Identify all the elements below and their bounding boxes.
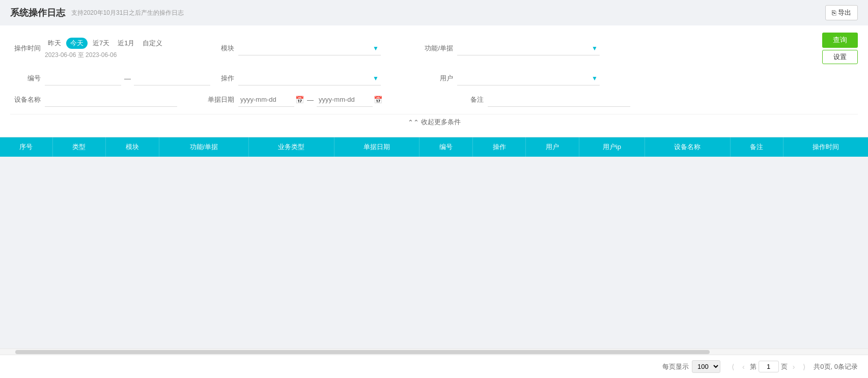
- last-page-button[interactable]: ⟩: [800, 362, 808, 372]
- action-buttons: 查询 设置: [822, 33, 858, 64]
- collapse-label: 收起更多条件: [421, 118, 461, 127]
- id-filter: 编号 —: [10, 71, 183, 85]
- scroll-bar-area[interactable]: [0, 348, 868, 355]
- col-user: 用户: [526, 137, 579, 157]
- id-separator: —: [124, 75, 131, 82]
- time-range-text: 2023-06-06 至 2023-06-06: [45, 51, 165, 60]
- chevron-down-icon-3: ▼: [373, 75, 379, 82]
- remark-input[interactable]: [488, 93, 630, 107]
- next-page-button[interactable]: ›: [790, 362, 798, 372]
- col-type: 类型: [52, 137, 105, 157]
- calendar-icon-start[interactable]: 📅: [295, 96, 304, 104]
- export-button[interactable]: ⎘ 导出: [825, 5, 858, 20]
- time-btn-custom[interactable]: 自定义: [139, 38, 165, 49]
- op-label: 操作: [204, 74, 234, 83]
- pagination: ⟨ ‹ 第 页 › ⟩: [729, 361, 808, 372]
- user-label: 用户: [417, 74, 453, 83]
- date-label: 单据日期: [204, 95, 234, 104]
- time-btn-today[interactable]: 今天: [66, 38, 88, 49]
- col-biz-type: 业务类型: [249, 137, 334, 157]
- chevron-down-icon-4: ▼: [592, 75, 598, 82]
- total-info: 共0页, 0条记录: [814, 362, 858, 371]
- first-page-button[interactable]: ⟨: [729, 362, 737, 372]
- prev-page-button[interactable]: ‹: [739, 362, 748, 372]
- page-unit: 页: [781, 362, 788, 371]
- page-subtitle: 支持2020年10月31日之后产生的操作日志: [71, 9, 184, 17]
- module-select[interactable]: ▼: [238, 41, 381, 55]
- setting-button[interactable]: 设置: [822, 50, 858, 64]
- func-filter: 功能/单据 ▼: [417, 41, 631, 55]
- page-footer: 每页显示 100 50 200 ⟨ ‹ 第 页 › ⟩ 共0页, 0条记录: [0, 355, 868, 378]
- page-header: 系统操作日志 支持2020年10月31日之后产生的操作日志 ⎘ 导出: [0, 0, 868, 25]
- date-end-input[interactable]: [317, 93, 373, 107]
- table-area: 序号 类型 模块 功能/单据 业务类型 单据日期 编号 操作 用户 用户ip 设…: [0, 137, 868, 348]
- time-btn-yesterday[interactable]: 昨天: [45, 38, 64, 49]
- per-page-control: 每页显示 100 50 200: [662, 360, 723, 373]
- collapse-bar[interactable]: ⌃⌃ 收起更多条件: [10, 114, 858, 130]
- op-filter: 操作 ▼: [204, 71, 397, 85]
- per-page-label: 每页显示: [662, 362, 689, 371]
- time-buttons: 昨天 今天 近7天 近1月 自定义: [45, 38, 165, 49]
- chevron-down-icon-2: ▼: [592, 45, 598, 52]
- id-input-start[interactable]: [45, 71, 121, 85]
- col-device: 设备名称: [645, 137, 730, 157]
- scroll-thumb[interactable]: [15, 350, 710, 354]
- col-func: 功能/单据: [159, 137, 248, 157]
- date-filter: 单据日期 📅 — 📅: [204, 93, 428, 107]
- data-table: 序号 类型 模块 功能/单据 业务类型 单据日期 编号 操作 用户 用户ip 设…: [0, 137, 868, 157]
- filter-row-3: 设备名称 单据日期 📅 — 📅 备注: [10, 93, 858, 107]
- time-label: 操作时间: [10, 44, 41, 53]
- export-icon: ⎘: [832, 9, 836, 17]
- col-id: 编号: [419, 137, 472, 157]
- module-label: 模块: [204, 44, 234, 53]
- col-seq: 序号: [0, 137, 52, 157]
- device-input[interactable]: [45, 93, 177, 107]
- page-title: 系统操作日志: [10, 7, 65, 19]
- page-number-input[interactable]: [759, 361, 779, 372]
- table-header: 序号 类型 模块 功能/单据 业务类型 单据日期 编号 操作 用户 用户ip 设…: [0, 137, 868, 157]
- empty-area: [0, 157, 868, 335]
- id-label: 编号: [10, 74, 41, 83]
- date-start-input[interactable]: [238, 93, 294, 107]
- chevron-down-icon: ▼: [373, 45, 379, 52]
- collapse-icon: ⌃⌃: [408, 119, 419, 126]
- time-filter: 操作时间 昨天 今天 近7天 近1月 自定义 2023-06-06 至 2023…: [10, 38, 183, 60]
- col-module: 模块: [106, 137, 159, 157]
- device-label: 设备名称: [10, 95, 41, 104]
- filter-row-2: 编号 — 操作 ▼ 用户 ▼: [10, 71, 858, 85]
- page-container: 系统操作日志 支持2020年10月31日之后产生的操作日志 ⎘ 导出 操作时间 …: [0, 0, 868, 378]
- time-btn-1month[interactable]: 近1月: [115, 38, 137, 49]
- filter-area: 操作时间 昨天 今天 近7天 近1月 自定义 2023-06-06 至 2023…: [0, 25, 868, 137]
- time-filter-group: 昨天 今天 近7天 近1月 自定义 2023-06-06 至 2023-06-0…: [45, 38, 165, 60]
- page-label: 第: [750, 362, 757, 371]
- col-op-time: 操作时间: [783, 137, 868, 157]
- calendar-icon-end[interactable]: 📅: [374, 96, 382, 104]
- header-row: 序号 类型 模块 功能/单据 业务类型 单据日期 编号 操作 用户 用户ip 设…: [0, 137, 868, 157]
- device-filter: 设备名称: [10, 93, 183, 107]
- query-button[interactable]: 查询: [822, 33, 858, 48]
- col-doc-date: 单据日期: [334, 137, 419, 157]
- col-remark: 备注: [730, 137, 783, 157]
- collapse-button[interactable]: ⌃⌃ 收起更多条件: [408, 118, 461, 127]
- filter-row-1: 操作时间 昨天 今天 近7天 近1月 自定义 2023-06-06 至 2023…: [10, 33, 858, 64]
- op-select[interactable]: ▼: [238, 71, 381, 85]
- col-user-ip: 用户ip: [579, 137, 645, 157]
- per-page-select[interactable]: 100 50 200: [692, 360, 720, 373]
- time-btn-7days[interactable]: 近7天: [90, 38, 113, 49]
- func-label: 功能/单据: [417, 44, 453, 53]
- func-select[interactable]: ▼: [457, 41, 600, 55]
- module-filter: 模块 ▼: [204, 41, 397, 55]
- user-select[interactable]: ▼: [457, 71, 600, 85]
- remark-filter: 备注: [448, 93, 662, 107]
- col-op: 操作: [472, 137, 525, 157]
- remark-label: 备注: [448, 95, 484, 104]
- date-separator: —: [307, 96, 314, 104]
- id-input-end[interactable]: [134, 71, 210, 85]
- user-filter: 用户 ▼: [417, 71, 631, 85]
- export-label: 导出: [838, 8, 851, 17]
